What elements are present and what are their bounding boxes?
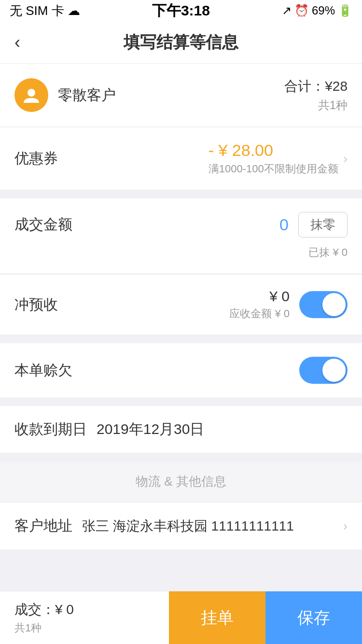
- bottom-summary: 成交：¥ 0 共1种: [0, 601, 169, 635]
- due-date-section: 收款到期日 2019年12月30日: [0, 406, 362, 453]
- address-arrow-icon: ›: [343, 518, 348, 534]
- precollect-right: ¥ 0 应收金额 ¥ 0: [229, 288, 348, 321]
- back-button[interactable]: ‹: [14, 32, 20, 53]
- location-icon: ↗: [282, 4, 292, 17]
- transaction-label: 成交金额: [14, 215, 72, 235]
- hold-button[interactable]: 挂单: [169, 591, 265, 644]
- precollect-amount: ¥ 0: [229, 288, 290, 305]
- logistics-text: 物流 & 其他信息: [136, 473, 226, 490]
- address-section[interactable]: 客户地址 张三 海淀永丰科技园 11111111111 ›: [0, 503, 362, 549]
- alarm-icon: ⏰: [294, 4, 309, 17]
- bottom-bar: 成交：¥ 0 共1种 挂单 保存: [0, 591, 362, 644]
- coupon-label: 优惠券: [14, 149, 58, 168]
- coupon-discount: - ¥ 28.00: [209, 141, 338, 160]
- bottom-deal-label: 成交：: [14, 602, 55, 617]
- customer-info: 零散客户: [14, 78, 116, 112]
- coupon-section[interactable]: 优惠券 - ¥ 28.00 满1000-100不限制使用金额 ›: [0, 127, 362, 190]
- customer-count: 共1种: [284, 98, 348, 113]
- content: 零散客户 合计：¥28 共1种 优惠券 - ¥ 28.00 满1000-100不…: [0, 64, 362, 644]
- coupon-right: - ¥ 28.00 满1000-100不限制使用金额 ›: [209, 141, 348, 176]
- customer-section: 零散客户 合计：¥28 共1种: [0, 64, 362, 126]
- debt-section: 本单赊欠: [0, 343, 362, 397]
- transaction-right: 0 抹零: [279, 212, 348, 238]
- status-time: 下午3:18: [152, 1, 210, 21]
- page-title: 填写结算等信息: [124, 31, 238, 54]
- logistics-inner: 物流 & 其他信息: [99, 473, 263, 490]
- precollect-receivable: 应收金额 ¥ 0: [229, 307, 290, 321]
- status-bar: 无 SIM 卡 ☁ 下午3:18 ↗ ⏰ 69% 🔋: [0, 0, 362, 21]
- transaction-amount: 0: [279, 215, 289, 234]
- due-date-value: 2019年12月30日: [97, 420, 204, 439]
- customer-name: 零散客户: [58, 85, 116, 105]
- coupon-arrow-icon: ›: [343, 151, 348, 167]
- bottom-count: 共1种: [14, 621, 154, 635]
- sim-status: 无 SIM 卡 ☁: [10, 2, 80, 19]
- round-zero-button[interactable]: 抹零: [298, 212, 348, 238]
- precollect-section: 冲预收 ¥ 0 应收金额 ¥ 0: [0, 274, 362, 335]
- precollect-toggle[interactable]: [299, 291, 348, 318]
- nav-bar: ‹ 填写结算等信息: [0, 21, 362, 64]
- customer-avatar: [14, 78, 48, 112]
- status-right: ↗ ⏰ 69% 🔋: [282, 4, 352, 17]
- battery-icon: 🔋: [338, 4, 352, 17]
- precollect-label: 冲预收: [14, 295, 58, 315]
- transaction-sub: 已抹 ¥ 0: [308, 246, 348, 258]
- transaction-row: 成交金额 0 抹零: [14, 212, 348, 238]
- bottom-deal-amount: ¥ 0: [55, 602, 74, 617]
- debt-toggle[interactable]: [299, 357, 348, 384]
- customer-summary: 合计：¥28 共1种: [284, 77, 348, 113]
- due-date-label: 收款到期日: [14, 420, 87, 439]
- customer-total: 合计：¥28: [284, 77, 348, 96]
- due-date-row: 收款到期日 2019年12月30日: [14, 420, 348, 439]
- address-label: 客户地址: [14, 516, 72, 536]
- precollect-amounts: ¥ 0 应收金额 ¥ 0: [229, 288, 290, 321]
- logistics-section: 物流 & 其他信息: [0, 462, 362, 502]
- bottom-deal: 成交：¥ 0: [14, 601, 154, 619]
- status-left: 无 SIM 卡 ☁: [10, 2, 80, 19]
- transaction-section: 成交金额 0 抹零 已抹 ¥ 0: [0, 198, 362, 273]
- save-button[interactable]: 保存: [265, 591, 362, 644]
- debt-label: 本单赊欠: [14, 361, 72, 380]
- coupon-info: - ¥ 28.00 满1000-100不限制使用金额: [209, 141, 338, 176]
- address-value: 张三 海淀永丰科技园 11111111111: [82, 517, 343, 535]
- coupon-desc: 满1000-100不限制使用金额: [209, 162, 338, 176]
- battery-level: 69%: [312, 4, 335, 17]
- svg-point-0: [28, 89, 35, 97]
